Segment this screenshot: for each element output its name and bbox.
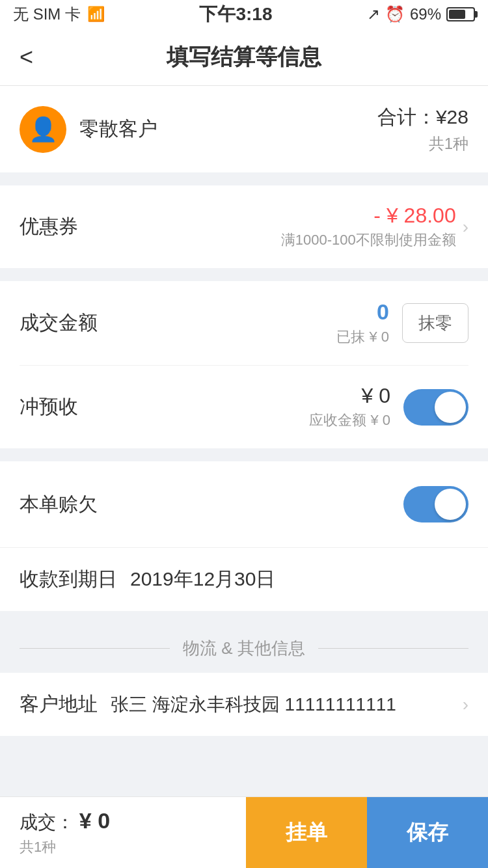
avatar: 👤 bbox=[20, 106, 66, 153]
bottom-amount: ¥ 0 bbox=[79, 808, 110, 833]
toggle-knob bbox=[435, 392, 466, 423]
deal-sub: 已抹 ¥ 0 bbox=[336, 327, 389, 347]
due-date-row: 收款到期日 2019年12月30日 bbox=[0, 547, 488, 611]
customer-left: 👤 零散客户 bbox=[20, 106, 157, 153]
prepay-amount: ¥ 0 bbox=[309, 384, 390, 408]
customer-section: 👤 零散客户 合计：¥28 共1种 bbox=[0, 86, 488, 172]
customer-right: 合计：¥28 共1种 bbox=[377, 104, 468, 154]
debt-toggle-knob bbox=[435, 489, 466, 520]
address-chevron-icon: › bbox=[463, 694, 468, 715]
debt-label: 本单赊欠 bbox=[20, 491, 98, 518]
prepay-row: 冲预收 ¥ 0 应收金额 ¥ 0 bbox=[0, 366, 488, 448]
gap1 bbox=[0, 172, 488, 185]
alarm-icon: ⏰ bbox=[385, 5, 405, 23]
address-label: 客户地址 bbox=[20, 691, 98, 718]
battery-percent: 69% bbox=[410, 5, 441, 23]
prepay-sub: 应收金额 ¥ 0 bbox=[309, 411, 390, 430]
save-button[interactable]: 保存 bbox=[367, 797, 488, 869]
coupon-right: - ¥ 28.00 满1000-100不限制使用金额 › bbox=[281, 204, 468, 250]
deal-value[interactable]: 0 bbox=[336, 299, 389, 325]
prepay-value-wrap: ¥ 0 应收金额 ¥ 0 bbox=[309, 384, 390, 430]
address-row[interactable]: 客户地址 张三 海淀永丰科技园 11111111111 › bbox=[0, 673, 488, 736]
coupon-value-wrap: - ¥ 28.00 满1000-100不限制使用金额 bbox=[281, 204, 456, 250]
customer-row: 👤 零散客户 合计：¥28 共1种 bbox=[0, 86, 488, 172]
deal-label: 成交金额 bbox=[20, 310, 98, 336]
wifi-icon: 📶 bbox=[87, 6, 105, 23]
debt-toggle[interactable] bbox=[403, 486, 468, 522]
prepay-label: 冲预收 bbox=[20, 394, 78, 420]
prepay-right: ¥ 0 应收金额 ¥ 0 bbox=[309, 384, 468, 430]
debt-section: 本单赊欠 收款到期日 2019年12月30日 bbox=[0, 461, 488, 611]
gap3 bbox=[0, 448, 488, 461]
coupon-section[interactable]: 优惠券 - ¥ 28.00 满1000-100不限制使用金额 › bbox=[0, 185, 488, 268]
status-left: 无 SIM 卡 📶 bbox=[13, 4, 105, 25]
gap2 bbox=[0, 268, 488, 281]
nav-bar: < 填写结算等信息 bbox=[0, 29, 488, 86]
deal-right: 0 已抹 ¥ 0 抹零 bbox=[336, 299, 468, 347]
bottom-bar: 成交： ¥ 0 共1种 挂单 保存 bbox=[0, 796, 488, 868]
logistics-header: 物流 & 其他信息 bbox=[0, 624, 488, 673]
coupon-row[interactable]: 优惠券 - ¥ 28.00 满1000-100不限制使用金额 › bbox=[0, 185, 488, 268]
status-time: 下午3:18 bbox=[199, 2, 272, 27]
bottom-deal-label: 成交： bbox=[20, 812, 74, 832]
customer-name: 零散客户 bbox=[79, 116, 157, 142]
coupon-chevron-icon: › bbox=[463, 217, 468, 237]
customer-total: 合计：¥28 bbox=[377, 104, 468, 131]
back-button[interactable]: < bbox=[20, 44, 33, 71]
battery-fill bbox=[449, 10, 465, 19]
no-sim-text: 无 SIM 卡 bbox=[13, 4, 81, 25]
status-bar: 无 SIM 卡 📶 下午3:18 ↗ ⏰ 69% bbox=[0, 0, 488, 29]
gap4 bbox=[0, 611, 488, 624]
hold-button[interactable]: 挂单 bbox=[246, 797, 367, 869]
bottom-count: 共1种 bbox=[20, 837, 226, 857]
avatar-icon: 👤 bbox=[29, 116, 58, 143]
address-value: 张三 海淀永丰科技园 11111111111 bbox=[111, 692, 463, 717]
due-date-value: 2019年12月30日 bbox=[130, 566, 275, 593]
round-zero-button[interactable]: 抹零 bbox=[402, 303, 468, 343]
bottom-deal-line: 成交： ¥ 0 bbox=[20, 808, 226, 835]
battery-icon bbox=[446, 7, 475, 21]
status-right: ↗ ⏰ 69% bbox=[367, 5, 475, 23]
deal-section: 成交金额 0 已抹 ¥ 0 抹零 冲预收 ¥ 0 应收金额 ¥ 0 bbox=[0, 281, 488, 448]
location-icon: ↗ bbox=[367, 5, 380, 23]
deal-value-wrap: 0 已抹 ¥ 0 bbox=[336, 299, 389, 347]
prepay-toggle[interactable] bbox=[403, 389, 468, 426]
logistics-title: 物流 & 其他信息 bbox=[183, 637, 305, 660]
deal-row: 成交金额 0 已抹 ¥ 0 抹零 bbox=[0, 281, 488, 365]
coupon-label: 优惠券 bbox=[20, 213, 78, 240]
customer-count: 共1种 bbox=[377, 133, 468, 154]
coupon-amount: - ¥ 28.00 bbox=[281, 204, 456, 228]
coupon-desc: 满1000-100不限制使用金额 bbox=[281, 230, 456, 250]
debt-row: 本单赊欠 bbox=[0, 461, 488, 547]
address-section[interactable]: 客户地址 张三 海淀永丰科技园 11111111111 › bbox=[0, 673, 488, 736]
due-date-label: 收款到期日 bbox=[20, 566, 117, 593]
bottom-summary: 成交： ¥ 0 共1种 bbox=[0, 808, 246, 857]
page-title: 填写结算等信息 bbox=[167, 42, 321, 72]
